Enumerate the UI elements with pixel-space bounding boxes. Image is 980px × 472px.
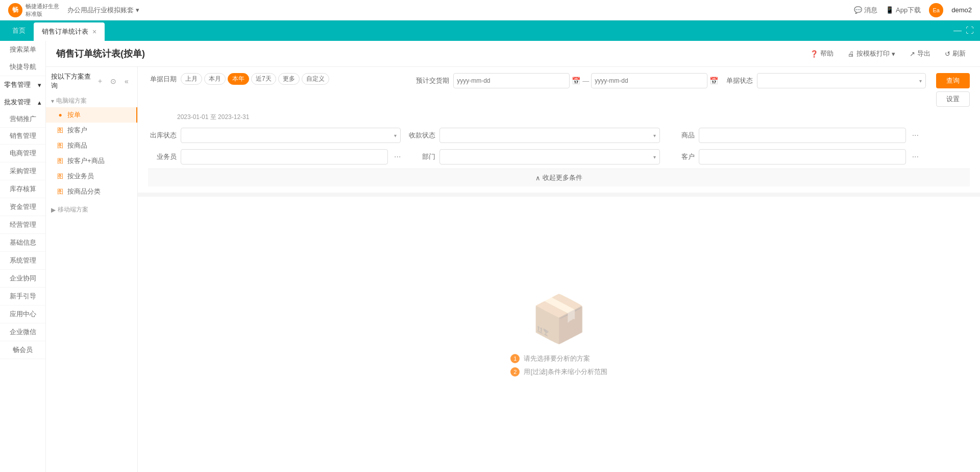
customer-more-icon[interactable]: ···: [912, 152, 919, 161]
out-status-select[interactable]: [181, 128, 401, 143]
sidebar-item-vip[interactable]: 畅会员: [0, 341, 45, 359]
sidebar-item-enterprise-wechat[interactable]: 企业微信: [0, 323, 45, 341]
sidebar-item-wholesale[interactable]: 批发管理 ▴: [0, 93, 45, 111]
scheme-item-by-customer[interactable]: 图 按客户: [46, 123, 137, 138]
date-tag-this-year[interactable]: 本年: [228, 73, 249, 85]
app-selector[interactable]: 办公用品行业模拟账套 ▾: [63, 4, 143, 17]
tab-close-icon[interactable]: ×: [92, 28, 96, 36]
print-button[interactable]: 🖨 按模板打印 ▾: [844, 47, 899, 60]
date-tag-7days[interactable]: 近7天: [251, 73, 276, 85]
sidebar-item-retail[interactable]: 零售管理 ▾: [0, 76, 45, 93]
tab-home[interactable]: 首页: [4, 20, 34, 41]
chevron-down-icon: ▾: [136, 6, 139, 14]
minimize-icon[interactable]: —: [953, 26, 962, 35]
app-download-button[interactable]: 📱 App下载: [886, 6, 921, 15]
help-button[interactable]: ❓ 帮助: [806, 47, 838, 60]
header-left: 畅 畅捷通好生意 标准版 办公用品行业模拟账套 ▾: [8, 3, 143, 17]
sidebar-item-system[interactable]: 系统管理: [0, 252, 45, 270]
collapse-scheme-icon[interactable]: «: [121, 76, 132, 87]
scheme-icon: 图: [56, 187, 64, 196]
sidebar-item-sales-mgmt[interactable]: 销售管理: [0, 128, 45, 145]
date-tag-this-month[interactable]: 本月: [204, 73, 226, 85]
sidebar-item-inventory[interactable]: 库存核算: [0, 180, 45, 198]
department-select-wrapper: ▾: [439, 149, 659, 164]
department-select[interactable]: [439, 149, 659, 164]
customer-input[interactable]: [699, 149, 906, 164]
date-range-display: 2023-01-01 至 2023-12-31: [177, 113, 249, 122]
export-button[interactable]: ↗ 导出: [905, 47, 935, 60]
expected-date-start-input[interactable]: [453, 73, 570, 88]
date-tag-last-month[interactable]: 上月: [181, 73, 202, 85]
salesperson-label: 业务员: [148, 152, 177, 161]
header-right: 💬 消息 📱 App下载 Ea demo2: [854, 3, 972, 17]
mobile-group-header[interactable]: ▶ 移动端方案: [46, 203, 137, 216]
date-tag-custom[interactable]: 自定义: [302, 73, 329, 85]
edit-scheme-icon[interactable]: ⊙: [108, 76, 119, 87]
status-select-wrapper: ▾: [757, 73, 926, 88]
goods-label: 商品: [666, 131, 695, 140]
scheme-panel-icons: ＋ ⊙ «: [94, 76, 132, 87]
settings-button[interactable]: 设置: [936, 91, 970, 107]
sidebar-item-finance[interactable]: 资金管理: [0, 198, 45, 216]
sidebar-item-search[interactable]: 搜索菜单: [0, 41, 45, 58]
filter-cell-customer: 客户 ···: [666, 149, 919, 164]
scheme-item-by-goods[interactable]: 图 按商品: [46, 138, 137, 153]
calendar-start-icon[interactable]: 📅: [572, 77, 580, 85]
sidebar-item-basic-info[interactable]: 基础信息: [0, 234, 45, 252]
user-name[interactable]: demo2: [951, 6, 972, 14]
page-title: 销售订单统计表(按单): [56, 48, 145, 60]
expected-date-label: 预计交货期: [416, 76, 449, 85]
chevron-down-icon: ▾: [51, 98, 54, 105]
tip-num-1: 1: [510, 354, 520, 363]
add-scheme-icon[interactable]: ＋: [94, 76, 106, 87]
payment-status-select-wrapper: ▾: [439, 128, 659, 143]
expected-date-end-input[interactable]: [591, 73, 707, 88]
status-label: 单据状态: [724, 76, 753, 85]
salesperson-input[interactable]: [181, 149, 388, 164]
logo-text: 畅捷通好生意 标准版: [26, 3, 59, 17]
date-tag-more[interactable]: 更多: [278, 73, 300, 85]
refresh-button[interactable]: ↺ 刷新: [941, 47, 970, 60]
tab-sales-order-stat[interactable]: 销售订单统计表 ×: [34, 22, 105, 41]
sidebar-item-new-user[interactable]: 新手引导: [0, 288, 45, 305]
goods-input[interactable]: [699, 128, 906, 143]
filter-row-1: 单据日期 上月 本月 本年 近7天 更多 自定义: [148, 73, 970, 107]
avatar[interactable]: Ea: [929, 3, 943, 17]
sidebar-item-purchase[interactable]: 采购管理: [0, 162, 45, 180]
calendar-end-icon[interactable]: 📅: [709, 77, 718, 85]
scheme-item-by-order[interactable]: ● 按单: [46, 107, 137, 123]
sidebar-item-ecommerce[interactable]: 电商管理: [0, 145, 45, 162]
maximize-icon[interactable]: ⛶: [966, 26, 974, 35]
sidebar: 搜索菜单 快捷导航 零售管理 ▾ 批发管理 ▴ 营销推广 销售管理 电商管理 采…: [0, 41, 46, 472]
sidebar-item-quicknav[interactable]: 快捷导航: [0, 58, 45, 76]
sidebar-item-enterprise[interactable]: 企业协同: [0, 270, 45, 288]
sidebar-item-app-center[interactable]: 应用中心: [0, 305, 45, 323]
scheme-item-by-goods-category[interactable]: 图 按商品分类: [46, 184, 137, 199]
sidebar-item-marketing[interactable]: 营销推广: [0, 111, 45, 128]
scheme-icon: 图: [56, 172, 64, 180]
pc-group-header[interactable]: ▾ 电脑端方案: [46, 95, 137, 107]
query-buttons: 查询 设置: [932, 73, 970, 107]
status-select[interactable]: [757, 73, 926, 88]
pc-scheme-group: ▾ 电脑端方案 ● 按单 图 按客户 图 按商品: [46, 95, 137, 203]
filter-row-2: 出库状态 ▾ 收款状态: [148, 128, 970, 143]
filter-cell-payment-status: 收款状态 ▾: [407, 128, 659, 143]
message-button[interactable]: 💬 消息: [854, 6, 877, 15]
out-status-label: 出库状态: [148, 131, 177, 140]
top-header: 畅 畅捷通好生意 标准版 办公用品行业模拟账套 ▾ 💬 消息 📱 App下载 E…: [0, 0, 980, 20]
sidebar-item-operations[interactable]: 经营管理: [0, 216, 45, 234]
chevron-icon: ▾: [38, 81, 41, 89]
goods-more-icon[interactable]: ···: [912, 131, 919, 140]
export-icon: ↗: [910, 50, 915, 58]
print-icon: 🖨: [848, 50, 854, 58]
salesperson-more-icon[interactable]: ···: [394, 152, 401, 161]
scheme-item-by-salesperson[interactable]: 图 按业务员: [46, 169, 137, 184]
mobile-scheme-group: ▶ 移动端方案: [46, 203, 137, 220]
query-button[interactable]: 查询: [936, 73, 970, 88]
payment-status-select[interactable]: [439, 128, 659, 143]
out-status-select-wrapper: ▾: [181, 128, 401, 143]
collapse-button[interactable]: ∧ 收起更多条件: [148, 169, 970, 186]
scheme-item-by-customer-goods[interactable]: 图 按客户+商品: [46, 153, 137, 169]
empty-state: 📦 1 请先选择要分析的方案 2 用[过滤]条件来缩小分析范围: [138, 197, 980, 472]
empty-tip-2: 2 用[过滤]条件来缩小分析范围: [510, 367, 607, 376]
